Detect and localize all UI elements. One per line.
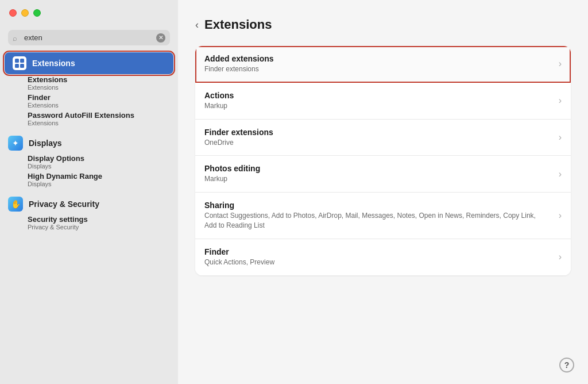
puzzle-icon <box>13 56 26 70</box>
card-sharing[interactable]: Sharing Contact Suggestions, Add to Phot… <box>195 193 571 239</box>
card-finder[interactable]: Finder Quick Actions, Preview › <box>195 239 571 275</box>
sidebar-sub-finder[interactable]: Finder Extensions <box>0 92 178 110</box>
sidebar-sub-password-autofill[interactable]: Password AutoFill Extensions Extensions <box>0 110 178 128</box>
sidebar-item-privacy[interactable]: ✋ Privacy & Security <box>0 191 178 214</box>
page-header: ‹ Extensions <box>195 17 571 32</box>
sidebar-sub-extensions[interactable]: Extensions Extensions <box>0 74 178 92</box>
search-bar: ⌕ ✕ <box>8 30 170 45</box>
extensions-list: Added extensions Finder extensions › Act… <box>195 46 571 275</box>
back-button[interactable]: ‹ <box>195 19 199 31</box>
sidebar: ⌕ ✕ Extensions Extensions Extensions <box>0 0 178 384</box>
displays-label: Displays <box>29 139 62 148</box>
display-icon: ✦ <box>8 136 23 151</box>
search-clear-button[interactable]: ✕ <box>156 33 165 43</box>
privacy-label: Privacy & Security <box>29 199 99 209</box>
chevron-right-icon: › <box>559 169 562 179</box>
svg-rect-3 <box>20 64 24 68</box>
svg-rect-0 <box>15 59 19 63</box>
close-button[interactable] <box>9 9 17 17</box>
chevron-right-icon: › <box>559 210 562 221</box>
search-input[interactable] <box>8 30 170 45</box>
chevron-right-icon: › <box>559 252 562 262</box>
sidebar-section-displays: ✦ Displays Display Options Displays High… <box>0 130 178 189</box>
main-content: ‹ Extensions Added extensions Finder ext… <box>178 0 588 384</box>
search-icon: ⌕ <box>13 33 17 42</box>
page-title: Extensions <box>204 17 272 32</box>
sidebar-sub-hdr[interactable]: High Dynamic Range Displays <box>0 171 178 189</box>
sidebar-section-privacy: ✋ Privacy & Security Security settings P… <box>0 191 178 232</box>
traffic-lights <box>9 9 41 17</box>
help-button[interactable]: ? <box>559 358 574 373</box>
hand-icon: ✋ <box>8 197 23 212</box>
chevron-right-icon: › <box>559 95 562 106</box>
card-actions[interactable]: Actions Markup › <box>195 83 571 120</box>
chevron-right-icon: › <box>559 132 562 143</box>
maximize-button[interactable] <box>33 9 41 17</box>
minimize-button[interactable] <box>21 9 29 17</box>
sidebar-item-extensions[interactable]: Extensions <box>5 52 173 74</box>
card-photos-editing[interactable]: Photos editing Markup › <box>195 156 571 193</box>
sidebar-extensions-label: Extensions <box>32 59 75 68</box>
svg-rect-2 <box>15 64 19 68</box>
sidebar-sub-security-settings[interactable]: Security settings Privacy & Security <box>0 214 178 232</box>
svg-rect-1 <box>20 59 24 63</box>
chevron-right-icon: › <box>559 59 562 69</box>
card-added-extensions-text: Added extensions Finder extensions <box>204 54 274 74</box>
sidebar-sub-display-options[interactable]: Display Options Displays <box>0 153 178 171</box>
sidebar-item-displays[interactable]: ✦ Displays <box>0 130 178 153</box>
sidebar-section-extensions: Extensions Extensions Extensions Finder … <box>0 52 178 128</box>
card-finder-extensions[interactable]: Finder extensions OneDrive › <box>195 120 571 156</box>
card-added-extensions[interactable]: Added extensions Finder extensions › <box>195 46 571 83</box>
